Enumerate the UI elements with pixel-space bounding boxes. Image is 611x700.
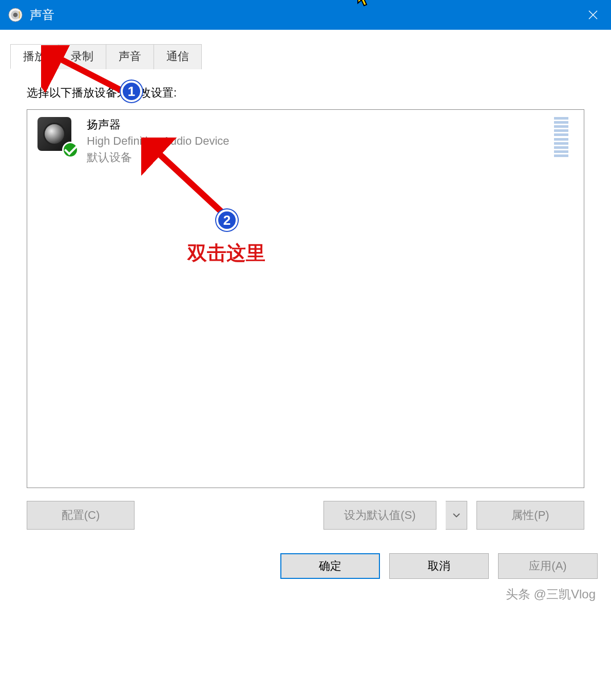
device-button-row: 配置(C) 设为默认值(S) 属性(P) bbox=[27, 501, 584, 530]
svg-point-2 bbox=[13, 13, 18, 17]
window-title: 声音 bbox=[30, 7, 54, 23]
device-driver: High Definition Audio Device bbox=[87, 134, 554, 148]
set-default-button[interactable]: 设为默认值(S) bbox=[323, 501, 436, 530]
level-meter bbox=[554, 117, 568, 157]
close-button[interactable] bbox=[575, 0, 611, 30]
device-list[interactable]: 扬声器 High Definition Audio Device 默认设备 bbox=[27, 109, 584, 488]
tab-playback[interactable]: 播放 bbox=[10, 44, 59, 69]
device-name: 扬声器 bbox=[87, 117, 554, 132]
close-icon bbox=[588, 10, 598, 20]
tab-sounds[interactable]: 声音 bbox=[106, 44, 154, 69]
tab-row: 播放 录制 声音 通信 bbox=[10, 44, 201, 69]
ok-button[interactable]: 确定 bbox=[280, 553, 380, 579]
dialog-button-row: 确定 取消 应用(A) bbox=[280, 553, 598, 579]
device-item-speakers[interactable]: 扬声器 High Definition Audio Device 默认设备 bbox=[27, 110, 584, 172]
default-check-icon bbox=[62, 142, 79, 158]
tab-recording[interactable]: 录制 bbox=[58, 44, 106, 69]
device-info: 扬声器 High Definition Audio Device 默认设备 bbox=[87, 117, 554, 165]
dialog-content: 播放 录制 声音 通信 选择以下播放设备来修改设置: 扬声器 High Defi… bbox=[0, 30, 611, 700]
tab-communications[interactable]: 通信 bbox=[154, 44, 202, 69]
chevron-down-icon bbox=[453, 513, 460, 517]
device-icon bbox=[37, 117, 75, 155]
properties-button[interactable]: 属性(P) bbox=[476, 501, 584, 530]
instruction-label: 选择以下播放设备来修改设置: bbox=[27, 85, 177, 101]
set-default-dropdown[interactable] bbox=[446, 501, 467, 530]
device-status: 默认设备 bbox=[87, 150, 554, 165]
cancel-button[interactable]: 取消 bbox=[389, 553, 489, 579]
configure-button[interactable]: 配置(C) bbox=[27, 501, 135, 530]
window-titlebar: 声音 bbox=[0, 0, 611, 30]
sound-icon bbox=[8, 8, 23, 22]
apply-button[interactable]: 应用(A) bbox=[498, 553, 598, 579]
